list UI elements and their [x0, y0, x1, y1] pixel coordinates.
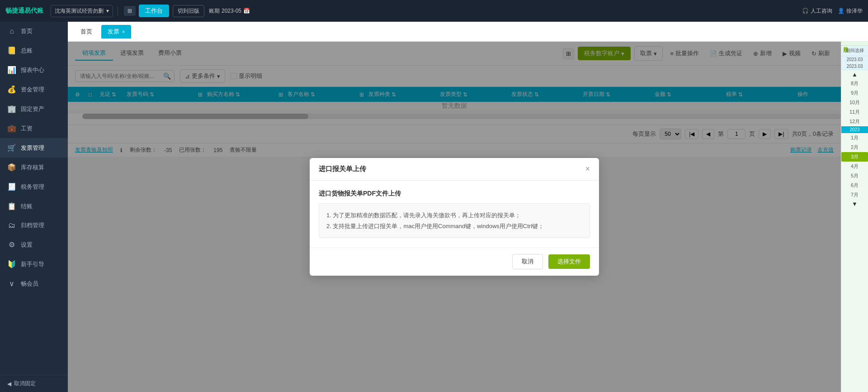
period-2023-03-first[interactable]: 2023.03 — [841, 56, 868, 63]
period-scroll-down[interactable]: ▼ — [841, 200, 868, 208]
period-7[interactable]: 7月 — [841, 190, 868, 200]
sidebar-label-member: 畅会员 — [21, 280, 38, 288]
sidebar-item-invoice[interactable]: 🛒 发票管理 — [0, 138, 68, 158]
settings-icon: ⚙ — [7, 240, 16, 249]
main-content: 销项发票 进项发票 费用小票 ⊞ 税务数字账户 ▾ — [68, 42, 841, 392]
right-panel: 开启日期 期间选择 2023.03 2023.03 ▲ 8月 9月 10月 11… — [841, 42, 868, 392]
sidebar-item-inventory[interactable]: 📦 库存核算 — [0, 158, 68, 177]
sidebar-label-settle: 结账 — [21, 202, 33, 210]
tax-icon: 🧾 — [7, 182, 16, 191]
reports-icon: 📊 — [7, 66, 16, 74]
guide-icon: 🔰 — [7, 260, 16, 268]
period-2[interactable]: 2月 — [841, 143, 868, 152]
tab-home[interactable]: 首页 — [75, 24, 98, 39]
company-selector[interactable]: 沈海英测试经营勿删 ▾ — [51, 5, 113, 17]
member-icon: ∨ — [7, 279, 16, 288]
dialog-info-box: 1. 为了更加精准的数据匹配，请先录入海关缴款书，再上传对应的报关单； 2. 支… — [319, 203, 590, 238]
dialog-body: 进口货物报关单PDF文件上传 1. 为了更加精准的数据匹配，请先录入海关缴款书，… — [310, 181, 599, 247]
dialog-cancel-button[interactable]: 取消 — [512, 254, 543, 269]
period-9[interactable]: 9月 — [841, 88, 868, 98]
period-12[interactable]: 12月 — [841, 117, 868, 126]
period-label: 账期 — [209, 7, 220, 15]
tab-invoice-label: 发票 — [108, 28, 119, 36]
cancel-fixed-button[interactable]: ◀ 取消固定 — [0, 375, 68, 392]
top-bar: 畅捷通易代账 沈海英测试经营勿删 ▾ ⊞ 工作台 切到旧版 账期 2023-05… — [0, 0, 868, 22]
period-10[interactable]: 10月 — [841, 98, 868, 107]
period-6[interactable]: 6月 — [841, 181, 868, 190]
home-icon: ⌂ — [7, 27, 16, 35]
sidebar-item-payroll[interactable]: 💼 工资 — [0, 119, 68, 138]
sidebar-item-tax[interactable]: 🧾 税务管理 — [0, 177, 68, 196]
period-year-2023: 2023 — [841, 126, 868, 133]
dialog-info-item-2: 2. 支持批量上传进口报关单，mac用户使用Command键，windows用户… — [326, 221, 582, 231]
invoice-icon: 🛒 — [7, 143, 16, 152]
sidebar-label-funds: 资金管理 — [21, 86, 44, 94]
sidebar-label-assets: 固定资产 — [21, 105, 44, 113]
sidebar: ⌂ 首页 📒 总账 📊 报表中心 💰 资金管理 🏢 固定资产 💼 工资 — [0, 22, 68, 392]
dialog-title: 进口报关单上传 — [319, 165, 366, 173]
sidebar-item-funds[interactable]: 💰 资金管理 — [0, 80, 68, 99]
page-content: 销项发票 进项发票 费用小票 ⊞ 税务数字账户 ▾ — [68, 42, 868, 392]
sidebar-item-assets[interactable]: 🏢 固定资产 — [0, 99, 68, 119]
sidebar-label-reports: 报表中心 — [21, 66, 44, 74]
period-5[interactable]: 5月 — [841, 171, 868, 181]
dialog-select-file-button[interactable]: 选择文件 — [548, 254, 590, 269]
sidebar-label-ledger: 总账 — [21, 47, 33, 55]
inventory-icon: 📦 — [7, 163, 16, 172]
settle-icon: 📋 — [7, 202, 16, 210]
pin-icon: ◀ — [7, 381, 11, 387]
user-name: 徐泽华 — [846, 7, 863, 15]
sidebar-item-reports[interactable]: 📊 报表中心 — [0, 60, 68, 80]
sidebar-item-ledger[interactable]: 📒 总账 — [0, 41, 68, 60]
dialog-footer: 取消 选择文件 — [310, 247, 599, 276]
dialog-info-item-1: 1. 为了更加精准的数据匹配，请先录入海关缴款书，再上传对应的报关单； — [326, 210, 582, 220]
sidebar-label-invoice: 发票管理 — [21, 144, 44, 152]
sidebar-item-home[interactable]: ⌂ 首页 — [0, 22, 68, 41]
sidebar-item-settle[interactable]: 📋 结账 — [0, 196, 68, 216]
ledger-icon: 📒 — [7, 46, 16, 55]
assets-icon: 🏢 — [7, 105, 16, 113]
period-scroll-up[interactable]: ▲ — [841, 70, 868, 79]
calendar-icon[interactable]: 📅 — [243, 8, 250, 14]
sidebar-label-archive: 归档管理 — [21, 221, 44, 229]
sidebar-item-guide[interactable]: 🔰 新手引导 — [0, 254, 68, 274]
separator — [118, 6, 118, 15]
archive-icon: 🗂 — [7, 221, 16, 229]
chevron-down-icon: ▼ — [852, 201, 858, 207]
workspace-button[interactable]: 工作台 — [139, 5, 169, 17]
sidebar-label-home: 首页 — [21, 27, 33, 35]
dialog-section-title: 进口货物报关单PDF文件上传 — [319, 190, 590, 198]
company-name: 沈海英测试经营勿删 — [55, 7, 104, 15]
period-11[interactable]: 11月 — [841, 107, 868, 117]
sidebar-label-guide: 新手引导 — [21, 260, 44, 268]
modal-overlay[interactable]: 进口报关单上传 × 进口货物报关单PDF文件上传 1. 为了更加精准的数据匹配，… — [68, 42, 841, 392]
period-8[interactable]: 8月 — [841, 79, 868, 88]
sidebar-item-member[interactable]: ∨ 畅会员 — [0, 274, 68, 293]
service-button[interactable]: 🎧 人工咨询 — [802, 7, 832, 15]
sidebar-bottom: ◀ 取消固定 — [0, 375, 68, 392]
tab-bar: 首页 发票 × — [68, 22, 868, 42]
cancel-fixed-label: 取消固定 — [14, 380, 36, 387]
dialog-header: 进口报关单上传 × — [310, 158, 599, 181]
sidebar-item-settings[interactable]: ⚙ 设置 — [0, 235, 68, 254]
main-area: ⌂ 首页 📒 总账 📊 报表中心 💰 资金管理 🏢 固定资产 💼 工资 — [0, 22, 868, 392]
period-1[interactable]: 1月 — [841, 133, 868, 143]
open-account-badge[interactable]: 开启日期 — [841, 42, 868, 46]
archive-icon-btn[interactable]: ⊞ — [124, 6, 136, 16]
sidebar-item-archive[interactable]: 🗂 归档管理 — [0, 216, 68, 235]
chevron-down-icon: ▾ — [106, 8, 109, 14]
switch-version-button[interactable]: 切到旧版 — [173, 5, 204, 17]
app-container: 畅捷通易代账 沈海英测试经营勿删 ▾ ⊞ 工作台 切到旧版 账期 2023-05… — [0, 0, 868, 392]
period-4[interactable]: 4月 — [841, 162, 868, 171]
user-menu[interactable]: 👤 徐泽华 — [838, 7, 863, 15]
dialog-close-button[interactable]: × — [585, 164, 590, 174]
top-bar-right: 🎧 人工咨询 👤 徐泽华 — [802, 7, 863, 15]
period-3-active[interactable]: 3月 — [841, 152, 868, 162]
period-2023-03-second[interactable]: 2023.03 — [841, 63, 868, 70]
user-avatar-icon: 👤 — [838, 8, 844, 14]
app-logo: 畅捷通易代账 — [5, 7, 43, 15]
tab-close-icon[interactable]: × — [122, 29, 125, 34]
content-area: 首页 发票 × 销项发票 进项发票 费用小票 — [68, 22, 868, 392]
tab-invoice[interactable]: 发票 × — [101, 25, 131, 38]
chevron-up-icon: ▲ — [852, 71, 858, 78]
